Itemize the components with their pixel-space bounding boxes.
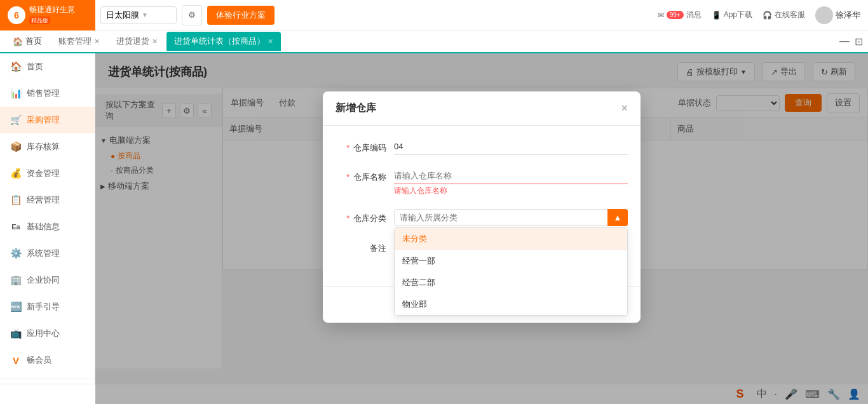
sidebar-item-vip[interactable]: V 畅会员: [0, 347, 95, 374]
app-center-icon: 📺: [10, 328, 22, 339]
system-icon: ⚙️: [10, 248, 22, 259]
basic-icon: Ea: [10, 221, 22, 232]
name-label: * 仓库名称: [336, 168, 386, 183]
username: 徐泽华: [836, 10, 860, 21]
modal-overlay: 新增仓库 × * 仓库编码: [95, 53, 868, 404]
sidebar-item-inventory[interactable]: 📦 库存核算: [0, 133, 95, 160]
gear-icon: ⚙: [188, 10, 196, 20]
sidebar-item-purchase[interactable]: 🛒 采购管理: [0, 107, 95, 133]
category-input[interactable]: [394, 209, 628, 226]
sidebar-item-sales[interactable]: 📊 销售管理: [0, 80, 95, 107]
name-input[interactable]: [394, 168, 628, 184]
avatar: [815, 6, 833, 24]
note-label: 备注: [336, 239, 386, 254]
sidebar-label-vip: 畅会员: [27, 354, 51, 366]
sidebar-label-guide: 新手引导: [27, 301, 60, 313]
tab-home-label: 首页: [25, 36, 42, 47]
tab-accounts[interactable]: 账套管理 ✕: [51, 32, 107, 51]
online-service-label: 在线客服: [775, 10, 805, 20]
logo-icon: 6: [8, 6, 25, 24]
sidebar-label-finance: 资金管理: [27, 168, 60, 179]
sidebar-item-basic[interactable]: Ea 基础信息: [0, 213, 95, 240]
user-info[interactable]: 徐泽华: [815, 6, 860, 24]
modal-title: 新增仓库: [336, 102, 376, 115]
main-layout: 🏠 首页 📊 销售管理 🛒 采购管理 📦 库存核算 💰 资金管理 📋 经营管理 …: [0, 53, 868, 404]
store-name: 日太阳膜: [106, 10, 139, 21]
category-option-dept2[interactable]: 经营二部: [395, 272, 627, 293]
trial-button[interactable]: 体验行业方案: [207, 6, 275, 25]
sidebar-item-app-center[interactable]: 📺 应用中心: [0, 320, 95, 347]
content-area: 进货单统计(按商品) 🖨 按模板打印 ▼ ↗ 导出 ↻ 刷新: [95, 53, 868, 404]
modal-header: 新增仓库 ×: [323, 91, 641, 126]
category-option-property[interactable]: 物业部: [395, 293, 627, 315]
code-input-wrap: [394, 138, 628, 155]
modal-close-button[interactable]: ×: [621, 102, 628, 115]
sidebar-item-operation[interactable]: 📋 经营管理: [0, 187, 95, 213]
code-label: * 仓库编码: [336, 138, 386, 154]
tab-purchase-stats[interactable]: 进货单统计表（按商品） ✕: [166, 32, 281, 51]
category-input-wrap: ▲ 未分类 经营一部: [394, 209, 628, 226]
home-icon: 🏠: [13, 37, 23, 46]
tab-minimize-button[interactable]: —: [839, 36, 850, 48]
guide-icon: 🆕: [10, 301, 22, 313]
phone-icon: 📱: [712, 11, 721, 20]
header-icons: ✉ 99+ 消息 📱 App下载 🎧 在线客服 徐泽华: [658, 6, 860, 24]
code-row: * 仓库编码: [336, 138, 628, 155]
category-option-dept1[interactable]: 经营一部: [395, 250, 627, 272]
category-toggle-button[interactable]: ▲: [607, 209, 628, 226]
sidebar-item-finance[interactable]: 💰 资金管理: [0, 160, 95, 187]
new-warehouse-modal: 新增仓库 × * 仓库编码: [323, 91, 641, 323]
app-download-item[interactable]: 📱 App下载: [712, 10, 752, 20]
option-label: 经营二部: [402, 278, 435, 287]
sidebar: 🏠 首页 📊 销售管理 🛒 采购管理 📦 库存核算 💰 资金管理 📋 经营管理 …: [0, 53, 95, 404]
sidebar-label-operation: 经营管理: [27, 194, 60, 206]
sidebar-label-enterprise: 企业协同: [27, 274, 60, 286]
tab-maximize-button[interactable]: ⊡: [855, 36, 863, 48]
name-input-wrap: 请输入仓库名称: [394, 168, 628, 196]
store-selector[interactable]: 日太阳膜 ▼: [100, 6, 177, 24]
sidebar-item-guide[interactable]: 🆕 新手引导: [0, 293, 95, 320]
message-label: 消息: [686, 10, 702, 20]
sidebar-item-system[interactable]: ⚙️ 系统管理: [0, 240, 95, 267]
option-label: 物业部: [402, 299, 427, 309]
sidebar-item-home[interactable]: 🏠 首页: [0, 53, 95, 80]
category-option-none[interactable]: 未分类: [395, 228, 627, 250]
tab-bar-actions: — ⊡: [839, 36, 863, 48]
sidebar-label-home: 首页: [27, 61, 43, 72]
close-icon[interactable]: ✕: [268, 37, 273, 46]
close-icon[interactable]: ✕: [152, 37, 158, 46]
logo-text: 畅捷通好生意 精品版: [29, 5, 75, 25]
sidebar-label-inventory: 库存核算: [27, 141, 60, 152]
tab-purchase-return-label: 进货退货: [116, 36, 149, 47]
name-error: 请输入仓库名称: [394, 185, 628, 196]
sidebar-label-purchase: 采购管理: [27, 114, 60, 126]
modal-body: * 仓库编码 * 仓库名称: [323, 126, 641, 286]
code-input[interactable]: [394, 138, 628, 155]
chevron-up-icon: ▲: [614, 213, 622, 222]
app-download-label: App下载: [724, 10, 752, 20]
sidebar-label-system: 系统管理: [27, 248, 60, 259]
required-mark: *: [346, 172, 349, 182]
category-dropdown: 未分类 经营一部 经营二部 物业部: [394, 227, 628, 316]
enterprise-icon: 🏢: [10, 274, 22, 286]
inventory-icon: 📦: [10, 141, 22, 152]
sidebar-label-app-center: 应用中心: [27, 328, 60, 339]
message-badge: 99+: [667, 11, 684, 19]
tab-home[interactable]: 🏠 首页: [5, 32, 50, 51]
required-mark: *: [346, 213, 349, 223]
online-service-item[interactable]: 🎧 在线客服: [763, 10, 805, 20]
chevron-down-icon: ▼: [142, 11, 148, 18]
option-label: 经营一部: [402, 256, 435, 266]
logo-area: 6 畅捷通好生意 精品版: [0, 0, 95, 30]
tab-purchase-return[interactable]: 进货退货 ✕: [109, 32, 165, 51]
headset-icon: 🎧: [763, 11, 772, 20]
sidebar-label-sales: 销售管理: [27, 88, 60, 99]
tab-purchase-stats-label: 进货单统计表（按商品）: [174, 36, 265, 47]
gear-button[interactable]: ⚙: [182, 5, 202, 25]
sidebar-item-enterprise[interactable]: 🏢 企业协同: [0, 267, 95, 293]
message-icon: ✉: [658, 11, 664, 20]
message-icon-item[interactable]: ✉ 99+ 消息: [658, 10, 702, 20]
vip-icon: V: [10, 354, 22, 366]
required-mark: *: [346, 143, 349, 152]
close-icon[interactable]: ✕: [94, 37, 100, 46]
